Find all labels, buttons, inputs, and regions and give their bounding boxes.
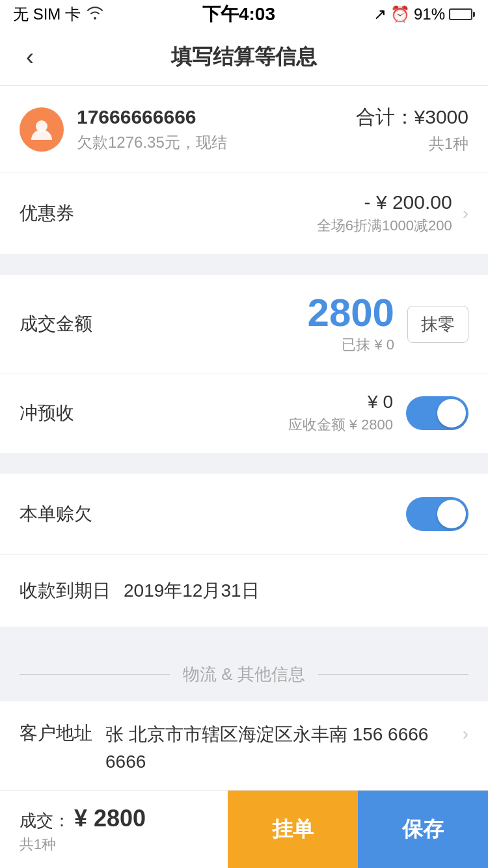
logistics-line-left	[20, 674, 170, 675]
content: 17666666666 欠款1276.35元，现结 合计：¥3000 共1种 优…	[0, 86, 488, 868]
coupon-desc: 全场6折满1000减200	[317, 216, 452, 236]
back-button[interactable]: ‹	[20, 37, 40, 77]
customer-row: 17666666666 欠款1276.35元，现结 合计：¥3000 共1种	[0, 86, 488, 173]
prepay-toggle[interactable]	[406, 396, 468, 430]
customer-phone: 17666666666	[77, 106, 356, 128]
coupon-right: - ¥ 200.00 全场6折满1000减200 ›	[317, 191, 468, 236]
address-label: 客户地址	[20, 721, 92, 746]
separator-2	[0, 463, 488, 474]
round-button[interactable]: 抹零	[407, 306, 468, 343]
address-row: 客户地址 张 北京市市辖区海淀区永丰南 156 6666 6666 ›	[0, 701, 488, 795]
logistics-line-right	[318, 674, 468, 675]
alarm-icon: ⏰	[390, 5, 410, 23]
duedate-label: 收款到期日	[20, 578, 111, 603]
debt-toggle[interactable]	[406, 497, 468, 531]
debt-toggle-knob	[437, 500, 466, 528]
nav-bar: ‹ 填写结算等信息	[0, 29, 488, 86]
save-button[interactable]: 保存	[358, 791, 488, 868]
bottom-deal-amount: ¥ 2800	[74, 805, 146, 832]
page-title: 填写结算等信息	[171, 43, 317, 72]
toggle-knob	[437, 399, 466, 427]
bottom-summary: 成交： ¥ 2800 共1种	[0, 791, 228, 868]
duedate-value: 2019年12月31日	[124, 578, 260, 603]
total-count: 共1种	[356, 133, 468, 154]
status-time: 下午4:03	[202, 2, 275, 27]
prepay-amount: ¥ 0	[288, 392, 393, 413]
status-left: 无 SIM 卡	[13, 4, 104, 25]
customer-info: 17666666666 欠款1276.35元，现结	[77, 106, 356, 153]
prepay-right: ¥ 0 应收金额 ¥ 2800	[288, 392, 468, 435]
customer-card: 17666666666 欠款1276.35元，现结 合计：¥3000 共1种 优…	[0, 86, 488, 254]
prepay-label: 冲预收	[20, 401, 74, 426]
wifi-icon	[86, 5, 104, 23]
deal-erased: 已抹 ¥ 0	[342, 335, 394, 355]
battery-percent: 91%	[414, 5, 445, 23]
coupon-discount: - ¥ 200.00	[317, 191, 452, 213]
debt-card: 本单赊欠 收款到期日 2019年12月31日	[0, 474, 488, 627]
coupon-label: 优惠券	[20, 201, 74, 226]
separator-1	[0, 265, 488, 275]
customer-debt: 欠款1276.35元，现结	[77, 132, 356, 153]
avatar	[20, 107, 64, 152]
prepay-row: 冲预收 ¥ 0 应收金额 ¥ 2800	[0, 373, 488, 453]
deal-card: 成交金额 2800 已抹 ¥ 0 抹零 冲预收 ¥ 0 应收金额 ¥ 2800	[0, 275, 488, 453]
bottom-bar: 成交： ¥ 2800 共1种 挂单 保存	[0, 790, 488, 868]
customer-total: 合计：¥3000 共1种	[356, 104, 468, 154]
battery-icon	[449, 8, 475, 20]
debt-row: 本单赊欠	[0, 474, 488, 554]
deal-amount: 2800	[308, 293, 394, 332]
carrier-text: 无 SIM 卡	[13, 4, 81, 25]
duedate-row: 收款到期日 2019年12月31日	[0, 554, 488, 627]
address-chevron-icon: ›	[463, 724, 468, 744]
logistics-section: 物流 & 其他信息	[0, 647, 488, 701]
hold-button[interactable]: 挂单	[228, 791, 358, 868]
bottom-count: 共1种	[20, 835, 208, 854]
deal-label: 成交金额	[20, 312, 92, 336]
logistics-text: 物流 & 其他信息	[170, 663, 318, 686]
deal-row: 成交金额 2800 已抹 ¥ 0 抹零	[0, 275, 488, 373]
debt-label: 本单赊欠	[20, 502, 92, 526]
total-amount: 合计：¥3000	[356, 104, 468, 131]
location-icon: ↗	[373, 5, 386, 23]
separator-3	[0, 637, 488, 647]
chevron-right-icon: ›	[463, 203, 468, 224]
address-value: 张 北京市市辖区海淀区永丰南 156 6666 6666	[105, 721, 459, 776]
coupon-row[interactable]: 优惠券 - ¥ 200.00 全场6折满1000减200 ›	[0, 173, 488, 254]
status-right: ↗ ⏰ 91%	[373, 5, 475, 23]
prepay-receivable: 应收金额 ¥ 2800	[288, 415, 393, 435]
deal-amount-wrap: 2800 已抹 ¥ 0 抹零	[308, 293, 468, 355]
status-bar: 无 SIM 卡 下午4:03 ↗ ⏰ 91%	[0, 0, 488, 29]
bottom-deal-label: 成交：	[20, 809, 70, 832]
address-card[interactable]: 客户地址 张 北京市市辖区海淀区永丰南 156 6666 6666 ›	[0, 701, 488, 795]
